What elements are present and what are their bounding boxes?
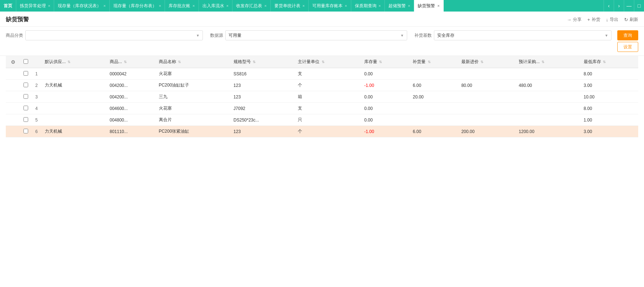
row-checkbox-cell[interactable] xyxy=(20,103,31,114)
query-button[interactable]: 查询 xyxy=(617,30,638,40)
th-replenish-qty[interactable]: 补货量 ⇅ xyxy=(410,56,458,68)
row-product-code: 004200... xyxy=(107,80,156,91)
tab-inout-flow[interactable]: 出入库流水 × xyxy=(199,0,232,12)
tab-inout-flow-close[interactable]: × xyxy=(226,4,229,8)
row-product-name: 火花塞 xyxy=(156,103,231,114)
tab-recv-summary[interactable]: 收发存汇总表 × xyxy=(232,0,270,12)
th-unit[interactable]: 主计量单位 ⇅ xyxy=(295,56,361,68)
th-product-code[interactable]: 商品... ⇅ xyxy=(107,56,156,68)
tab-stock-status[interactable]: 现存量（库存状况表） × xyxy=(54,0,109,12)
tab-batch-account[interactable]: 库存批次账 × xyxy=(165,0,199,12)
th-spec[interactable]: 规格型号 ⇅ xyxy=(231,56,295,68)
row-product-code: 004600... xyxy=(107,103,156,114)
th-min-stock[interactable]: 最低库存 ⇅ xyxy=(581,56,638,68)
tab-overstock-warn[interactable]: 超储预警 × xyxy=(385,0,414,12)
th-stock-qty[interactable]: 库存量 ⇅ xyxy=(361,56,410,68)
row-checkbox-cell[interactable] xyxy=(20,114,31,126)
row-checkbox-input[interactable] xyxy=(23,94,28,99)
row-product-name: PC200张紧油缸 xyxy=(156,126,231,137)
th-gear[interactable]: ⚙ xyxy=(6,56,20,68)
select-all-checkbox[interactable] xyxy=(23,59,28,64)
row-checkbox-cell[interactable] xyxy=(20,91,31,103)
row-gear-cell xyxy=(6,68,20,80)
tab-exception[interactable]: 拣货异常处理 × xyxy=(16,0,54,12)
row-checkbox-input[interactable] xyxy=(23,106,28,110)
tab-stock-dist-close[interactable]: × xyxy=(159,4,161,8)
tab-stock-status-close[interactable]: × xyxy=(103,4,105,8)
tab-stock-dist[interactable]: 现存量（库存分布表） × xyxy=(110,0,165,12)
tab-minimize-button[interactable]: — xyxy=(624,0,634,12)
th-min-stock-label: 最低库存 xyxy=(584,59,601,64)
row-gear-cell xyxy=(6,103,20,114)
replenish-label: 补货 xyxy=(592,17,600,23)
row-unit: 只 xyxy=(295,114,361,126)
tab-req-stats-close[interactable]: × xyxy=(303,4,305,8)
page-header: 缺货预警 → 分享 + 补货 ↓ 导出 ↻ 刷新 xyxy=(0,12,644,27)
sort-spec-icon: ⇅ xyxy=(253,60,256,64)
row-checkbox-input[interactable] xyxy=(23,129,28,133)
row-number: 5 xyxy=(31,114,42,126)
row-stock-qty: -1.00 xyxy=(361,126,410,137)
th-latest-price[interactable]: 最新进价 ⇅ xyxy=(458,56,516,68)
row-checkbox-input[interactable] xyxy=(23,117,28,122)
th-default-supplier-label: 默认供应... xyxy=(45,59,66,64)
tab-exception-close[interactable]: × xyxy=(48,4,50,8)
tab-req-stats[interactable]: 要货单统计表 × xyxy=(271,0,309,12)
datasource-value: 可用量 xyxy=(229,32,242,39)
tab-prev-button[interactable]: ‹ xyxy=(604,0,614,12)
settings-gear-icon[interactable]: ⚙ xyxy=(11,59,16,65)
row-checkbox-cell[interactable] xyxy=(20,80,31,91)
row-stock-qty: 0.00 xyxy=(361,68,410,80)
row-product-name: 离合片 xyxy=(156,114,231,126)
row-checkbox-cell[interactable] xyxy=(20,68,31,80)
th-row-num xyxy=(31,56,42,68)
row-spec: DS250*23c... xyxy=(231,114,295,126)
tab-expiry-query-close[interactable]: × xyxy=(379,4,381,8)
tab-next-button[interactable]: › xyxy=(614,0,624,12)
category-select[interactable]: ▼ xyxy=(25,30,203,40)
th-spec-label: 规格型号 xyxy=(234,59,251,64)
row-latest-price xyxy=(458,91,516,103)
th-checkbox[interactable] xyxy=(20,56,31,68)
replenish-base-select[interactable]: 安全库存 ▼ xyxy=(434,30,612,40)
row-number: 4 xyxy=(31,103,42,114)
tab-available-ledger[interactable]: 可用量库存账本 × xyxy=(309,0,351,12)
tab-shortage-warn[interactable]: 缺货预警 × xyxy=(414,0,443,12)
row-replenish-qty xyxy=(410,114,458,126)
th-default-supplier[interactable]: 默认供应... ⇅ xyxy=(42,56,107,68)
row-checkbox-input[interactable] xyxy=(23,83,28,87)
row-min-stock: 3.00 xyxy=(581,80,638,91)
th-unit-label: 主计量单位 xyxy=(298,59,319,64)
share-button[interactable]: → 分享 xyxy=(567,17,582,23)
row-number: 2 xyxy=(31,80,42,91)
tab-available-ledger-close[interactable]: × xyxy=(345,4,347,8)
tab-home-label: 首页 xyxy=(4,3,12,9)
table-row: 6力天机械801110...PC200张紧油缸123个-1.006.00200.… xyxy=(6,126,638,137)
row-gear-cell xyxy=(6,114,20,126)
tab-maximize-button[interactable]: □ xyxy=(634,0,644,12)
tab-recv-summary-close[interactable]: × xyxy=(264,4,266,8)
row-gear-cell xyxy=(6,91,20,103)
th-est-purchase[interactable]: 预计采购... ⇅ xyxy=(516,56,581,68)
export-button[interactable]: ↓ 导出 xyxy=(606,17,619,23)
tab-expiry-query[interactable]: 保质期查询 × xyxy=(351,0,385,12)
row-number: 1 xyxy=(31,68,42,80)
row-checkbox-input[interactable] xyxy=(23,71,28,76)
tab-shortage-warn-close[interactable]: × xyxy=(437,4,439,8)
tab-overstock-warn-close[interactable]: × xyxy=(408,4,410,8)
header-actions: → 分享 + 补货 ↓ 导出 ↻ 刷新 xyxy=(567,17,638,23)
th-product-name[interactable]: 商品名称 ⇅ xyxy=(156,56,231,68)
refresh-button[interactable]: ↻ 刷新 xyxy=(624,17,638,23)
replenish-button[interactable]: + 补货 xyxy=(587,17,600,23)
th-est-purchase-label: 预计采购... xyxy=(519,59,540,64)
row-product-name: 火花塞 xyxy=(156,68,231,80)
row-supplier xyxy=(42,114,107,126)
datasource-select[interactable]: 可用量 ▼ xyxy=(225,30,407,40)
tab-home[interactable]: 首页 xyxy=(0,0,16,12)
settings-button[interactable]: 设置 xyxy=(617,42,638,52)
row-checkbox-cell[interactable] xyxy=(20,126,31,137)
tab-batch-account-label: 库存批次账 xyxy=(169,3,190,9)
tab-batch-account-close[interactable]: × xyxy=(192,4,195,8)
row-est-purchase xyxy=(516,103,581,114)
row-est-purchase: 480.00 xyxy=(516,80,581,91)
